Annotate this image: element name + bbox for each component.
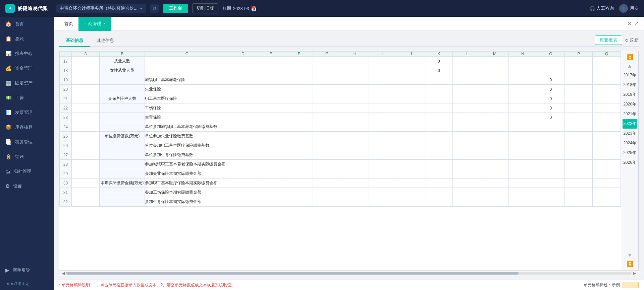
cell-k[interactable] <box>425 150 453 160</box>
cell-l[interactable] <box>453 113 481 122</box>
cell-i[interactable] <box>369 150 397 160</box>
cell-q[interactable] <box>593 132 621 141</box>
cell-m[interactable] <box>481 66 508 75</box>
cell-i[interactable] <box>369 178 397 188</box>
cell-b[interactable] <box>100 75 145 85</box>
year-nav-up[interactable]: ▲ <box>626 62 634 70</box>
cell-h[interactable] <box>341 197 369 207</box>
cell-b[interactable]: 本期实际缴费金额(万元) <box>100 178 145 188</box>
cell-l[interactable] <box>453 103 481 113</box>
cell-i[interactable] <box>369 122 397 132</box>
cell-h[interactable] <box>341 75 369 85</box>
cell-l[interactable] <box>453 66 481 75</box>
table-row[interactable]: 30本期实际缴费金额(万元)参加职工基本医疗保险本期实际缴费金额 <box>60 178 621 188</box>
year-nav-item[interactable]: 2021年 <box>623 109 637 119</box>
cell-f[interactable] <box>285 160 313 169</box>
cell-l[interactable] <box>453 85 481 94</box>
cell-c[interactable]: 参加职工基本医疗保险本期实际缴费金额 <box>145 178 229 188</box>
year-nav-item[interactable]: 2026年 <box>623 158 637 167</box>
cell-l[interactable] <box>453 150 481 160</box>
cell-d[interactable] <box>229 188 257 197</box>
cell-a[interactable] <box>72 160 100 169</box>
cell-q[interactable] <box>593 197 621 207</box>
cell-d[interactable] <box>229 122 257 132</box>
cell-f[interactable] <box>285 113 313 122</box>
cell-g[interactable] <box>313 75 341 85</box>
cell-p[interactable] <box>565 169 593 178</box>
cell-a[interactable] <box>72 103 100 113</box>
cell-e[interactable] <box>257 150 285 160</box>
h-scroll-bar[interactable]: ◀ ▶ <box>59 270 639 276</box>
cell-g[interactable] <box>313 188 341 197</box>
cell-a[interactable] <box>72 141 100 150</box>
cell-n[interactable] <box>509 188 537 197</box>
copy-button[interactable]: ⧉ <box>150 4 159 13</box>
cell-f[interactable] <box>285 132 313 141</box>
cell-a[interactable] <box>72 75 100 85</box>
cell-o[interactable]: 0 <box>537 103 565 113</box>
cell-q[interactable] <box>593 85 621 94</box>
cell-k[interactable] <box>425 75 453 85</box>
cell-n[interactable] <box>509 169 537 178</box>
pin-button[interactable]: ◄◄取消固定 <box>0 278 54 290</box>
cell-n[interactable] <box>509 57 537 66</box>
cell-h[interactable] <box>341 141 369 150</box>
cell-n[interactable] <box>509 160 537 169</box>
cell-k[interactable] <box>425 113 453 122</box>
cell-a[interactable] <box>72 85 100 94</box>
cell-a[interactable] <box>72 66 100 75</box>
cell-l[interactable] <box>453 141 481 150</box>
cell-b[interactable] <box>100 188 145 197</box>
cell-g[interactable] <box>313 141 341 150</box>
cell-q[interactable] <box>593 103 621 113</box>
cell-i[interactable] <box>369 75 397 85</box>
cell-i[interactable] <box>369 132 397 141</box>
cell-j[interactable] <box>397 94 425 103</box>
tab-home[interactable]: 首页 <box>59 17 78 31</box>
cell-f[interactable] <box>285 85 313 94</box>
cell-j[interactable] <box>397 103 425 113</box>
cell-j[interactable] <box>397 122 425 132</box>
cell-b[interactable] <box>100 141 145 150</box>
cell-i[interactable] <box>369 188 397 197</box>
cell-p[interactable] <box>565 103 593 113</box>
cell-m[interactable] <box>481 188 508 197</box>
cell-b[interactable]: 从业人数 <box>100 57 145 66</box>
table-row[interactable]: 32参加生育保险本期实际缴费金额 <box>60 197 621 207</box>
cell-l[interactable] <box>453 178 481 188</box>
cell-i[interactable] <box>369 57 397 66</box>
cell-k[interactable] <box>425 160 453 169</box>
sub-tab-other[interactable]: 其他信息 <box>90 35 121 46</box>
cell-d[interactable] <box>229 75 257 85</box>
sidebar-item-reports[interactable]: 📊 报表中心 <box>0 46 54 61</box>
cell-e[interactable] <box>257 103 285 113</box>
cell-i[interactable] <box>369 113 397 122</box>
cell-c[interactable] <box>145 66 229 75</box>
table-row[interactable]: 26单位参加职工基本医疗保险缴费基数 <box>60 141 621 150</box>
cell-o[interactable] <box>537 132 565 141</box>
cell-l[interactable] <box>453 132 481 141</box>
cell-k[interactable]: 0 <box>425 57 453 66</box>
cell-k[interactable] <box>425 141 453 150</box>
cell-j[interactable] <box>397 75 425 85</box>
cell-e[interactable] <box>257 57 285 66</box>
sidebar-item-close[interactable]: 🔒 结账 <box>0 149 54 164</box>
cell-n[interactable] <box>509 141 537 150</box>
cell-d[interactable] <box>229 66 257 75</box>
year-nav-item[interactable]: 2019年 <box>623 90 637 99</box>
cell-m[interactable] <box>481 197 508 207</box>
cell-i[interactable] <box>369 94 397 103</box>
cell-b[interactable] <box>100 150 145 160</box>
sidebar-item-fixed[interactable]: 🏢 固定资产 <box>0 76 54 90</box>
sidebar-item-guide[interactable]: ▶ 新手引导 <box>0 263 54 278</box>
cell-e[interactable] <box>257 188 285 197</box>
cell-o[interactable] <box>537 141 565 150</box>
tab-gongshang[interactable]: 工商管理 × <box>78 17 111 31</box>
table-row[interactable]: 21参保各险种人数职工基本医疗保险0 <box>60 94 621 103</box>
cell-n[interactable] <box>509 85 537 94</box>
year-nav-item[interactable]: 2020年 <box>623 99 637 109</box>
cell-m[interactable] <box>481 122 508 132</box>
cell-f[interactable] <box>285 197 313 207</box>
cell-e[interactable] <box>257 66 285 75</box>
cell-k[interactable] <box>425 103 453 113</box>
